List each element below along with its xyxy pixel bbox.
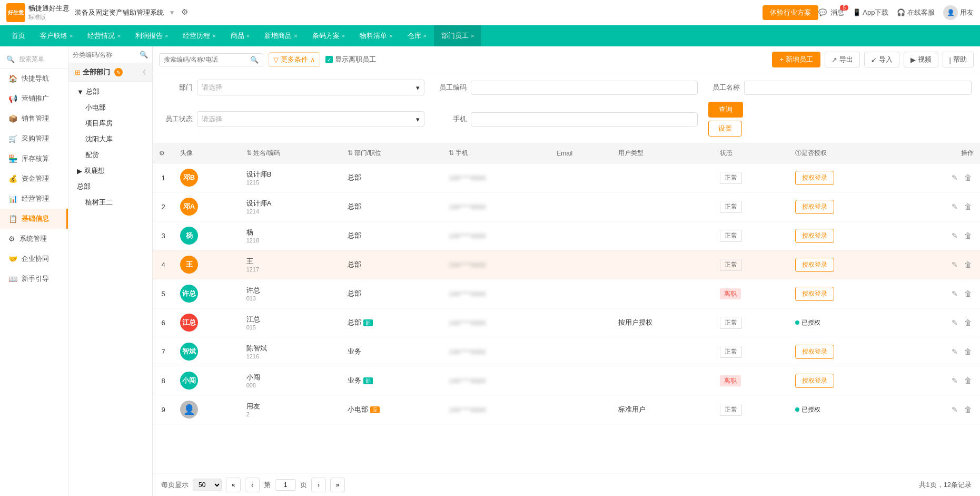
online-service-btn[interactable]: 🎧 在线客服 xyxy=(897,8,935,17)
show-resigned-checkbox[interactable]: ✓ xyxy=(325,56,333,63)
auth-btn[interactable]: 授权登录 xyxy=(795,258,834,272)
search-input[interactable] xyxy=(164,56,248,63)
sidebar-item-inventory[interactable]: 🏪库存核算 xyxy=(0,149,68,169)
set-button[interactable]: 设置 xyxy=(708,121,742,137)
first-page-btn[interactable]: « xyxy=(226,478,241,492)
filter-dept-select[interactable]: 请选择 ▾ xyxy=(197,80,424,95)
tab-new-goods[interactable]: 新增商品× xyxy=(257,25,304,46)
delete-btn[interactable]: 🗑 xyxy=(962,317,974,328)
edit-btn[interactable]: ✎ xyxy=(949,346,960,357)
edit-btn[interactable]: ✎ xyxy=(949,172,960,183)
sidebar-item-system[interactable]: ⚙系统管理 xyxy=(0,229,68,249)
tab-home[interactable]: 首页 xyxy=(4,25,33,46)
edit-btn[interactable]: ✎ xyxy=(949,404,960,415)
sidebar-item-basic[interactable]: 📋基础信息 xyxy=(0,209,68,229)
delete-btn[interactable]: 🗑 xyxy=(962,259,974,270)
sidebar-item-quicknav[interactable]: 🏠快捷导航 xyxy=(0,69,68,89)
dept-node-project[interactable]: 项目库房 xyxy=(68,115,152,131)
sidebar-item-guide[interactable]: 📖新手引导 xyxy=(0,269,68,289)
dept-node-small-elec[interactable]: 小电部 xyxy=(68,100,152,115)
page-number-input[interactable] xyxy=(275,479,296,491)
col-name[interactable]: ⇅ 姓名/编码 xyxy=(240,143,341,163)
sidebar-search[interactable]: 🔍 搜索菜单 xyxy=(0,51,68,69)
trial-button[interactable]: 体验行业方案 xyxy=(763,5,818,20)
sidebar-item-marketing[interactable]: 📢营销推广 xyxy=(0,89,68,109)
edit-btn[interactable]: ✎ xyxy=(949,375,960,386)
prev-page-btn[interactable]: ‹ xyxy=(245,478,260,492)
page-size-select[interactable]: 50 100 200 xyxy=(193,479,222,491)
tab-department[interactable]: 部门员工× xyxy=(434,25,481,46)
auth-btn[interactable]: 授权登录 xyxy=(795,171,834,185)
export-button[interactable]: ↗ 导出 xyxy=(825,52,860,67)
tab-goods[interactable]: 商品× xyxy=(223,25,257,46)
filter-empcode-input[interactable] xyxy=(471,81,698,95)
more-filter-btn[interactable]: ▽ 更多条件 ∧ xyxy=(269,52,320,67)
edit-btn[interactable]: ✎ xyxy=(949,317,960,328)
search-btn[interactable]: 🔍 xyxy=(250,56,259,64)
filter-empname-input[interactable] xyxy=(744,81,972,95)
filter-phone-input[interactable] xyxy=(471,112,698,127)
delete-btn[interactable]: 🗑 xyxy=(962,230,974,241)
import-button[interactable]: ↙ 导入 xyxy=(864,52,899,67)
dept-node-zhishu[interactable]: 植树王二 xyxy=(68,194,152,210)
row-name: 用友2 xyxy=(240,395,341,424)
collapse-btn[interactable]: 《 xyxy=(140,68,146,77)
auth-btn[interactable]: 授权登录 xyxy=(795,345,834,359)
delete-btn[interactable]: 🗑 xyxy=(962,375,974,386)
tab-customer[interactable]: 客户联络× xyxy=(33,25,80,46)
tab-operation[interactable]: 经营情况× xyxy=(80,25,127,46)
dept-node-delivery[interactable]: 配货 xyxy=(68,147,152,163)
app-download-btn[interactable]: 📱 App下载 xyxy=(853,8,888,17)
auth-btn[interactable]: 授权登录 xyxy=(795,200,834,214)
sidebar: 🔍 搜索菜单 🏠快捷导航 📢营销推广 📦销售管理 🛒采购管理 🏪库存核算 💰资金… xyxy=(0,46,68,496)
edit-btn[interactable]: ✎ xyxy=(949,230,960,241)
dept-node-general[interactable]: ▼ 总部 xyxy=(68,84,152,100)
row-num: 4 xyxy=(153,250,174,279)
settings-icon[interactable]: ⚙ xyxy=(181,7,188,16)
col-phone[interactable]: ⇅ 手机 xyxy=(442,143,550,163)
sidebar-item-sales[interactable]: 📦销售管理 xyxy=(0,109,68,129)
message-btn[interactable]: 💬 5 消息 xyxy=(818,8,845,17)
dept-search-input[interactable] xyxy=(73,51,137,59)
row-avatar: 杨 xyxy=(174,221,240,250)
add-employee-button[interactable]: + 新增员工 xyxy=(772,52,820,67)
user-area[interactable]: 👤 用友 xyxy=(943,5,974,20)
dept-search-icon[interactable]: 🔍 xyxy=(140,51,148,59)
dept-node-shuangluxiang[interactable]: ▶ 双鹿想 xyxy=(68,163,152,179)
auth-btn[interactable]: 授权登录 xyxy=(795,287,834,301)
edit-btn[interactable]: ✎ xyxy=(949,259,960,270)
sidebar-item-purchase[interactable]: 🛒采购管理 xyxy=(0,129,68,149)
tab-barcode[interactable]: 条码方案× xyxy=(305,25,352,46)
next-page-btn[interactable]: › xyxy=(311,478,326,492)
help-button[interactable]: | 帮助 xyxy=(943,52,974,67)
col-dept[interactable]: ⇅ 部门/职位 xyxy=(341,143,442,163)
dept-node-headquarters[interactable]: 总部 xyxy=(68,179,152,194)
dept-edit-icon[interactable]: ✎ xyxy=(114,68,123,76)
tab-profit[interactable]: 利润报告× xyxy=(128,25,175,46)
last-page-btn[interactable]: » xyxy=(330,478,345,492)
auth-btn[interactable]: 授权登录 xyxy=(795,229,834,243)
dept-node-shenyang[interactable]: 沈阳大库 xyxy=(68,131,152,147)
sidebar-item-corp[interactable]: 🤝企业协同 xyxy=(0,249,68,269)
delete-btn[interactable]: 🗑 xyxy=(962,404,974,415)
edit-btn[interactable]: ✎ xyxy=(949,288,960,299)
delete-btn[interactable]: 🗑 xyxy=(962,346,974,357)
view-button[interactable]: ▶ 视频 xyxy=(904,52,938,67)
delete-btn[interactable]: 🗑 xyxy=(962,172,974,183)
edit-btn[interactable]: ✎ xyxy=(949,201,960,212)
sidebar-item-finance[interactable]: 💰资金管理 xyxy=(0,169,68,189)
show-resigned-toggle[interactable]: ✓ 显示离职员工 xyxy=(325,55,376,64)
delete-btn[interactable]: 🗑 xyxy=(962,288,974,299)
col-settings[interactable]: ⚙ xyxy=(153,143,174,163)
row-email xyxy=(550,366,612,395)
tab-bom[interactable]: 物料清单× xyxy=(352,25,400,46)
row-ops: ✎ 🗑 xyxy=(900,279,980,308)
tab-warehouse[interactable]: 仓库× xyxy=(400,25,434,46)
query-button[interactable]: 查询 xyxy=(708,102,743,118)
sidebar-item-manage[interactable]: 📊经营管理 xyxy=(0,189,68,209)
row-usertype xyxy=(612,337,714,366)
filter-status-select[interactable]: 请选择 ▾ xyxy=(197,111,424,127)
auth-btn[interactable]: 授权登录 xyxy=(795,374,834,388)
tab-history[interactable]: 经营历程× xyxy=(175,25,223,46)
delete-btn[interactable]: 🗑 xyxy=(962,201,974,212)
